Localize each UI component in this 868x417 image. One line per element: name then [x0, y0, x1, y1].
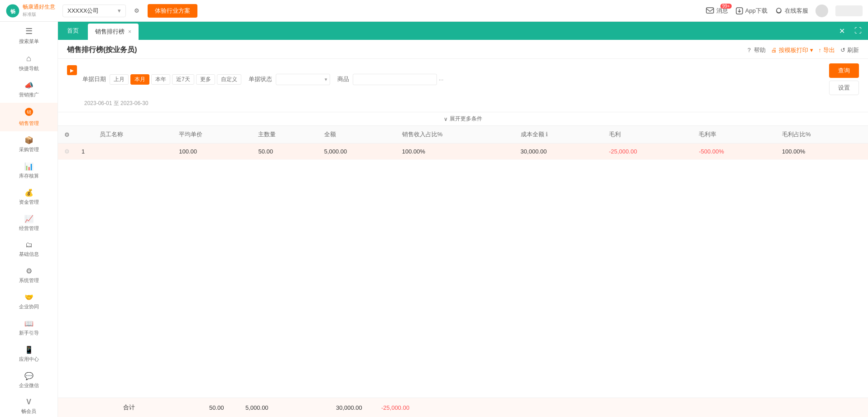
table-header-row: ⚙ 员工名称 平均单价 主数量 全额 销售收入占比% 成本全额 ℹ — [58, 126, 868, 144]
filter-toggle-btn[interactable]: ▶ — [67, 65, 77, 75]
sidebar-item-finance[interactable]: 💰 资金管理 — [0, 184, 58, 210]
message-btn[interactable]: 消息 99+ — [705, 6, 728, 15]
goods-label: 商品 — [337, 75, 349, 83]
inventory-icon: 📊 — [24, 162, 34, 171]
goods-input[interactable] — [353, 74, 437, 85]
online-service-btn[interactable]: 在线客服 — [775, 7, 808, 15]
date-filter-section: 单据日期 上月 本月 本年 近7天 更多 自定义 — [82, 74, 241, 85]
footer-cost: 30,000.00 — [331, 403, 376, 413]
goods-more-icon[interactable]: ··· — [439, 76, 444, 83]
date-buttons: 上月 本月 本年 近7天 更多 自定义 — [110, 74, 241, 85]
footer-settings-placeholder — [63, 406, 100, 409]
sidebar-item-system[interactable]: ⚙ 系统管理 — [0, 262, 58, 288]
refresh-icon: ↺ — [840, 47, 845, 53]
sidebar-item-apps[interactable]: 📱 应用中心 — [0, 341, 58, 367]
footer-gross-pct-placeholder — [462, 406, 503, 409]
sidebar-item-marketing[interactable]: 📣 营销推广 — [0, 77, 58, 103]
search-menu-icon: ☰ — [25, 26, 33, 36]
user-name-area — [835, 5, 863, 16]
sidebar-item-basic-info[interactable]: 🗂 基础信息 — [0, 236, 58, 262]
trial-button[interactable]: 体验行业方案 — [148, 4, 197, 18]
row-amount: 5,000.00 — [319, 144, 397, 160]
company-selector[interactable]: XXXXX公司 ▾ — [62, 5, 126, 17]
svg-text:畅: 畅 — [10, 8, 15, 14]
message-badge: 99+ — [720, 4, 732, 9]
top-bar-right: 消息 99+ App下载 在线客服 — [705, 5, 863, 17]
col-cost: 成本全额 ℹ — [515, 126, 604, 144]
status-select[interactable] — [276, 74, 330, 85]
expand-more-bar[interactable]: ∨ 展开更多条件 — [58, 112, 868, 126]
home-icon: ⌂ — [26, 54, 31, 63]
user-avatar[interactable] — [815, 5, 828, 17]
tab-sales-ranking[interactable]: 销售排行榜 × — [88, 24, 139, 40]
sidebar-item-management[interactable]: 📈 经营管理 — [0, 210, 58, 236]
date-btn-7days[interactable]: 近7天 — [172, 74, 194, 85]
export-icon: ↑ — [819, 47, 822, 53]
tab-home[interactable]: 首页 — [58, 22, 88, 40]
footer-avg-price-placeholder — [163, 406, 204, 409]
help-btn[interactable]: ？ 帮助 — [746, 46, 766, 54]
settings-button[interactable]: 设置 — [829, 81, 859, 95]
logo: 畅 畅康通好生意标准版 — [5, 4, 55, 18]
date-btn-more[interactable]: 更多 — [196, 74, 215, 85]
data-table: ⚙ 员工名称 平均单价 主数量 全额 销售收入占比% 成本全额 ℹ — [58, 126, 868, 160]
close-window-icon[interactable]: ✕ — [835, 24, 848, 37]
svg-text:销: 销 — [26, 110, 31, 115]
sidebar-item-vip[interactable]: V 畅会员 — [0, 393, 58, 417]
footer-gross-rate-placeholder — [421, 406, 462, 409]
apps-icon: 📱 — [24, 345, 34, 354]
company-name: XXXXX公司 — [67, 7, 115, 15]
tab-close-icon[interactable]: × — [128, 29, 131, 35]
date-btn-this-month[interactable]: 本月 — [130, 74, 149, 85]
sidebar-item-sales[interactable]: 销 销售管理 — [0, 103, 58, 131]
finance-icon: 💰 — [24, 188, 34, 197]
row-settings-icon[interactable]: ⚙ — [58, 144, 76, 160]
row-cost: 30,000.00 — [515, 144, 604, 160]
sidebar-item-wechat[interactable]: 💬 企业微信 — [0, 367, 58, 393]
top-bar: 畅 畅康通好生意标准版 XXXXX公司 ▾ ⚙ 体验行业方案 消息 99+ — [0, 0, 868, 22]
row-name — [94, 144, 173, 160]
tab-bar: 首页 销售排行榜 × ✕ ⛶ — [58, 22, 868, 40]
query-button[interactable]: 查询 — [829, 63, 859, 78]
basic-info-icon: 🗂 — [25, 241, 33, 249]
guide-icon: 📖 — [24, 319, 34, 328]
sales-icon: 销 — [24, 107, 34, 118]
filter-bar: ▶ 单据日期 上月 本月 本 — [58, 59, 868, 112]
date-btn-this-year[interactable]: 本年 — [151, 74, 170, 85]
col-settings[interactable]: ⚙ — [58, 126, 76, 144]
wechat-icon: 💬 — [24, 372, 34, 380]
sidebar-item-quick-nav[interactable]: ⌂ 快捷导航 — [0, 49, 58, 77]
print-icon: 🖨 — [771, 47, 777, 53]
download-icon — [735, 7, 743, 15]
fullscreen-icon[interactable]: ⛶ — [852, 24, 864, 37]
date-btn-custom[interactable]: 自定义 — [217, 74, 241, 85]
row-rank: 1 — [76, 144, 94, 160]
sidebar-item-guide[interactable]: 📖 新手引导 — [0, 315, 58, 341]
content-area: 首页 销售排行榜 × ✕ ⛶ 销售排行榜(按业务员) ？ — [58, 22, 868, 417]
footer-quantity: 50.00 — [204, 403, 240, 413]
print-chevron-icon: ▾ — [810, 47, 813, 53]
page-header: 销售排行榜(按业务员) ？ 帮助 🖨 按模板打印 ▾ ↑ — [58, 40, 868, 59]
sidebar-item-purchase[interactable]: 📦 采购管理 — [0, 131, 58, 158]
row-gross-pct: 100.00% — [777, 144, 868, 160]
refresh-btn[interactable]: ↺ 刷新 — [840, 46, 859, 54]
row-sales-pct: 100.00% — [397, 144, 515, 160]
row-avg-price: 100.00 — [173, 144, 253, 160]
cost-info-icon[interactable]: ℹ — [546, 131, 548, 138]
purchase-icon: 📦 — [24, 136, 34, 144]
date-btn-last-month[interactable]: 上月 — [110, 74, 129, 85]
export-btn[interactable]: ↑ 导出 — [819, 46, 835, 54]
svg-rect-2 — [706, 8, 714, 13]
table-row: ⚙ 1 100.00 50.00 5,000.00 100.00% 30,000… — [58, 144, 868, 160]
col-gross-rate: 毛利率 — [693, 126, 777, 144]
app-download-btn[interactable]: App下载 — [735, 7, 767, 15]
print-template-btn[interactable]: 🖨 按模板打印 ▾ — [771, 46, 813, 54]
goods-filter-section: 商品 ··· — [337, 74, 444, 85]
sidebar-item-search[interactable]: ☰ 搜索菜单 — [0, 22, 58, 49]
topbar-settings-icon[interactable]: ⚙ — [129, 4, 144, 18]
sidebar-item-collab[interactable]: 🤝 企业协同 — [0, 288, 58, 315]
date-range-display: 2023-06-01 至 2023-06-30 — [82, 100, 859, 107]
col-gross: 毛利 — [604, 126, 694, 144]
sidebar-item-inventory[interactable]: 📊 库存核算 — [0, 158, 58, 184]
col-rank — [76, 126, 94, 144]
